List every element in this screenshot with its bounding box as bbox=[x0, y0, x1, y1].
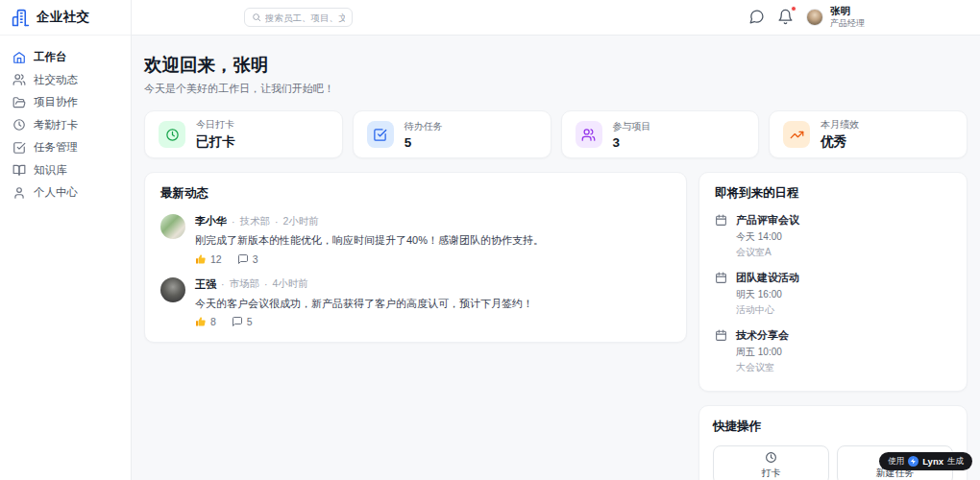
users-icon bbox=[12, 73, 26, 86]
comment-button[interactable]: 3 bbox=[237, 253, 258, 265]
calendar-icon bbox=[715, 214, 727, 227]
badge-brand: Lynx bbox=[922, 456, 943, 467]
stat-label: 本月绩效 bbox=[821, 118, 859, 132]
badge-suffix: 生成 bbox=[947, 456, 964, 468]
calendar-icon bbox=[715, 272, 727, 284]
quick-actions-title: 快捷操作 bbox=[713, 419, 953, 435]
topbar-actions: 张明 产品经理 bbox=[748, 5, 865, 29]
upcoming-schedule-card: 即将到来的日程 产品评审会议 今天 14:00 会议室A bbox=[698, 172, 968, 392]
like-count: 8 bbox=[210, 316, 216, 327]
stat-value: 3 bbox=[613, 135, 651, 150]
like-count: 12 bbox=[210, 253, 222, 265]
sidebar-item-label: 社交动态 bbox=[34, 73, 78, 87]
stat-value: 优秀 bbox=[821, 133, 859, 151]
like-button[interactable]: 12 bbox=[195, 253, 222, 265]
notifications-button[interactable] bbox=[777, 9, 794, 25]
post-time: 4小时前 bbox=[273, 277, 308, 291]
user-meta: 张明 产品经理 bbox=[830, 5, 865, 29]
message-circle-icon bbox=[748, 9, 765, 25]
separator-dot bbox=[221, 278, 225, 290]
post-avatar bbox=[160, 277, 185, 302]
messages-button[interactable] bbox=[748, 9, 765, 25]
comment-icon bbox=[232, 316, 243, 327]
stat-label: 待办任务 bbox=[404, 120, 443, 133]
sidebar-item-knowledge-base[interactable]: 知识库 bbox=[0, 159, 131, 182]
schedule-event[interactable]: 产品评审会议 今天 14:00 会议室A bbox=[715, 213, 951, 259]
badge-prefix: 使用 bbox=[888, 456, 904, 468]
sidebar-item-label: 工作台 bbox=[34, 50, 67, 64]
event-title: 技术分享会 bbox=[736, 328, 789, 343]
bell-icon bbox=[777, 9, 794, 25]
search-box[interactable] bbox=[244, 8, 353, 27]
sidebar-item-tasks[interactable]: 任务管理 bbox=[0, 136, 131, 159]
sidebar-item-attendance[interactable]: 考勤打卡 bbox=[0, 114, 131, 137]
app-logo: 企业社交 bbox=[0, 0, 131, 36]
checkin-button[interactable]: 打卡 bbox=[713, 445, 829, 480]
user-menu[interactable]: 张明 产品经理 bbox=[806, 5, 865, 29]
app-root: 企业社交 工作台 社交动态 项目协作 考勤打卡 任务管理 bbox=[0, 0, 980, 480]
content-columns: 最新动态 李小华 技术部 2小时前 刚完成了新版本的性能优化，响应时间提 bbox=[144, 172, 968, 480]
post-author[interactable]: 王强 bbox=[195, 277, 216, 292]
right-column: 即将到来的日程 产品评审会议 今天 14:00 会议室A bbox=[698, 172, 968, 480]
like-button[interactable]: 8 bbox=[195, 316, 216, 327]
feed-post: 李小华 技术部 2小时前 刚完成了新版本的性能优化，响应时间提升了40%！感谢团… bbox=[160, 214, 671, 265]
sidebar-item-projects[interactable]: 项目协作 bbox=[0, 91, 131, 114]
user-role: 产品经理 bbox=[830, 18, 865, 30]
post-author[interactable]: 李小华 bbox=[195, 214, 227, 228]
search-input[interactable] bbox=[265, 12, 345, 23]
main-area: 张明 产品经理 欢迎回来，张明 今天是个美好的工作日，让我们开始吧！ 今日打卡 … bbox=[132, 0, 980, 480]
sidebar-item-label: 知识库 bbox=[34, 163, 67, 178]
lynx-generator-badge[interactable]: 使用 Lynx 生成 bbox=[879, 452, 972, 470]
building-icon bbox=[12, 9, 30, 27]
post-avatar bbox=[160, 214, 185, 239]
stat-value: 5 bbox=[404, 135, 443, 150]
event-title: 团队建设活动 bbox=[736, 271, 799, 285]
lynx-logo-icon bbox=[908, 456, 919, 467]
separator-dot bbox=[275, 216, 279, 228]
clock-icon bbox=[12, 118, 26, 132]
separator-dot bbox=[232, 216, 235, 228]
sidebar-nav: 工作台 社交动态 项目协作 考勤打卡 任务管理 知识库 bbox=[0, 36, 131, 215]
sidebar: 企业社交 工作台 社交动态 项目协作 考勤打卡 任务管理 bbox=[0, 0, 132, 480]
stat-card-checkin[interactable]: 今日打卡 已打卡 bbox=[144, 110, 343, 158]
thumbs-up-icon bbox=[195, 316, 207, 327]
stat-card-todo[interactable]: 待办任务 5 bbox=[353, 110, 551, 158]
check-square-icon bbox=[367, 121, 394, 148]
feed-post: 王强 市场部 4小时前 今天的客户会议很成功，新产品获得了客户的高度认可，预计下… bbox=[160, 277, 671, 328]
feed-title: 最新动态 bbox=[160, 185, 671, 202]
event-location: 大会议室 bbox=[736, 361, 789, 374]
sidebar-item-label: 项目协作 bbox=[34, 95, 78, 109]
page-subtitle: 今天是个美好的工作日，让我们开始吧！ bbox=[144, 82, 968, 96]
user-name: 张明 bbox=[830, 5, 865, 18]
stats-row: 今日打卡 已打卡 待办任务 5 参与项目 3 bbox=[144, 110, 968, 158]
post-content: 今天的客户会议很成功，新产品获得了客户的高度认可，预计下月签约！ bbox=[195, 296, 533, 312]
schedule-event[interactable]: 团队建设活动 明天 16:00 活动中心 bbox=[715, 271, 951, 317]
stat-card-performance[interactable]: 本月绩效 优秀 bbox=[769, 110, 968, 158]
event-time: 今天 14:00 bbox=[736, 230, 799, 244]
sidebar-item-label: 个人中心 bbox=[34, 185, 78, 200]
calendar-icon bbox=[715, 329, 727, 342]
sidebar-item-profile[interactable]: 个人中心 bbox=[0, 181, 131, 204]
book-open-icon bbox=[12, 163, 26, 177]
schedule-event[interactable]: 技术分享会 周五 10:00 大会议室 bbox=[715, 328, 951, 374]
sidebar-item-label: 任务管理 bbox=[34, 140, 78, 155]
stat-label: 今日打卡 bbox=[196, 118, 235, 132]
sidebar-item-social-feed[interactable]: 社交动态 bbox=[0, 69, 131, 92]
top-bar: 张明 产品经理 bbox=[132, 0, 980, 36]
latest-feed-card: 最新动态 李小华 技术部 2小时前 刚完成了新版本的性能优化，响应时间提 bbox=[144, 172, 687, 343]
stat-card-projects[interactable]: 参与项目 3 bbox=[561, 110, 760, 158]
schedule-title: 即将到来的日程 bbox=[715, 185, 951, 202]
post-department: 市场部 bbox=[230, 277, 260, 291]
event-location: 活动中心 bbox=[736, 303, 799, 317]
comment-button[interactable]: 5 bbox=[232, 316, 253, 327]
page-content: 欢迎回来，张明 今天是个美好的工作日，让我们开始吧！ 今日打卡 已打卡 待办任务… bbox=[132, 36, 980, 480]
separator-dot bbox=[264, 278, 268, 290]
quick-action-label: 打卡 bbox=[762, 467, 781, 480]
sidebar-item-workbench[interactable]: 工作台 bbox=[0, 46, 131, 69]
notification-dot bbox=[791, 6, 796, 12]
event-location: 会议室A bbox=[736, 246, 799, 259]
stat-value: 已打卡 bbox=[196, 133, 235, 151]
search-icon bbox=[252, 12, 261, 22]
users-icon bbox=[576, 121, 602, 148]
thumbs-up-icon bbox=[195, 253, 207, 265]
